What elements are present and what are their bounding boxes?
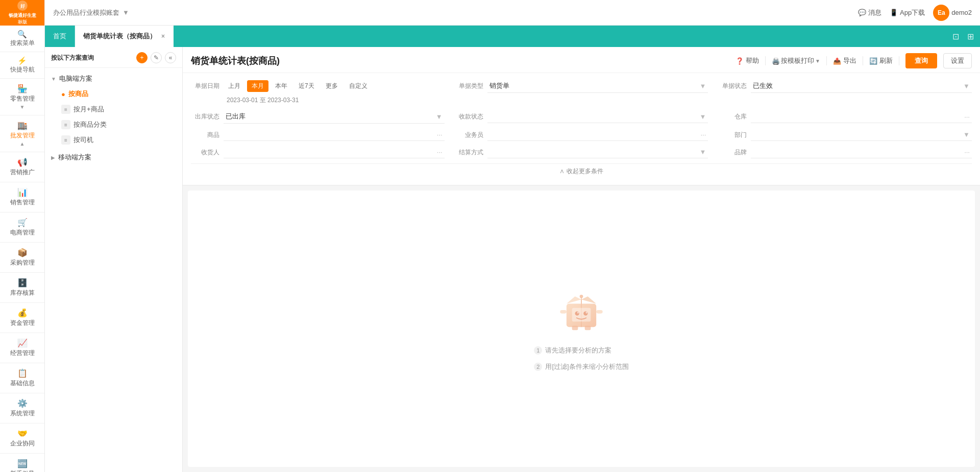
tab-maximize-button[interactable]: ⊞: [965, 30, 976, 43]
app-name: 畅捷通好生意: [9, 12, 36, 19]
stock-status-value: 已出库: [226, 112, 246, 121]
active-tab-label: 销货单统计表（按商品）: [83, 32, 156, 41]
search-button[interactable]: 查询: [905, 53, 937, 68]
doc-type-filter: 单据类型 销货单 ▼: [455, 79, 708, 93]
this-year-btn[interactable]: 本年: [271, 80, 292, 92]
doc-status-input[interactable]: 已生效 ▼: [751, 79, 972, 93]
refresh-button[interactable]: 🔄 刷新: [869, 56, 893, 65]
pc-scheme-group[interactable]: ▼ 电脑端方案: [45, 71, 182, 86]
breadcrumb-dropdown-icon[interactable]: ▼: [122, 9, 129, 16]
svg-rect-12: [596, 310, 603, 314]
warehouse-input[interactable]: ···: [751, 111, 972, 123]
export-button[interactable]: 📤 导出: [833, 56, 856, 65]
sidebar-item-retail[interactable]: 🏪 零售管理 ▼: [0, 79, 44, 115]
receiver-filter: 收货人 ···: [191, 146, 445, 158]
active-scheme-icon: ●: [61, 90, 65, 98]
collapse-panel-button[interactable]: «: [165, 52, 176, 63]
sidebar-item-enterprise[interactable]: 🤝 企业协同: [0, 423, 44, 454]
sidebar-item-purchase[interactable]: 📦 采购管理: [0, 243, 44, 273]
scheme-by-month-goods[interactable]: ≡ 按月+商品: [45, 102, 182, 117]
divider-2: [826, 56, 827, 65]
dept-input[interactable]: ▼: [751, 129, 972, 141]
scheme-by-cashier[interactable]: ≡ 按司机: [45, 132, 182, 148]
sidebar-quick-nav[interactable]: ⚡ 快捷导航: [0, 52, 44, 79]
print-button[interactable]: 🖨️ 按模板打印 ▼: [772, 56, 820, 65]
sidebar-item-basic[interactable]: 📋 基础信息: [0, 363, 44, 393]
svg-rect-14: [585, 325, 591, 329]
tab-sales-stats[interactable]: 销货单统计表（按商品） ×: [75, 26, 174, 47]
doc-type-input[interactable]: 销货单 ▼: [487, 79, 708, 93]
salesman-input[interactable]: ···: [487, 129, 708, 141]
dept-filter: 部门 ▼: [718, 129, 972, 141]
purchase-icon: 📦: [17, 248, 28, 257]
settlement-input[interactable]: ▼: [487, 146, 708, 158]
more-btn[interactable]: 更多: [321, 80, 342, 92]
edit-scheme-button[interactable]: ✎: [151, 52, 162, 63]
brand-label: 品牌: [718, 148, 747, 157]
left-panel: 按以下方案查询 + ✎ « ▼ 电脑端方案: [45, 47, 183, 472]
sidebar-item-guide[interactable]: 🆕 新手引导: [0, 454, 44, 472]
app-download-label: App下载: [900, 8, 925, 17]
settlement-dropdown-icon: ▼: [699, 148, 706, 156]
scheme-by-goods[interactable]: ● 按商品: [45, 86, 182, 102]
settings-button[interactable]: 设置: [943, 53, 972, 68]
stock-status-dropdown-icon: ▼: [436, 113, 443, 121]
message-button[interactable]: 💬 消息: [858, 8, 881, 17]
doc-type-label: 单据类型: [455, 82, 483, 90]
add-scheme-button[interactable]: +: [136, 52, 148, 63]
left-panel-header: 按以下方案查询 + ✎ «: [45, 47, 182, 68]
divider-1: [765, 56, 766, 65]
custom-btn[interactable]: 自定义: [345, 80, 372, 92]
app-download-icon: 📱: [890, 9, 898, 16]
sidebar-item-marketing[interactable]: 📢 营销推广: [0, 152, 44, 182]
collapse-filter-button[interactable]: ∧ 收起更多条件: [191, 163, 972, 179]
sidebar-item-ecommerce[interactable]: 🛒 电商管理: [0, 213, 44, 243]
doc-status-value: 已生效: [753, 81, 773, 90]
last-month-btn[interactable]: 上月: [224, 80, 245, 92]
user-profile[interactable]: Ea demo2: [933, 5, 972, 21]
wholesale-icon: 🏬: [17, 121, 28, 130]
filter-row-4: 收货人 ··· 结算方式 ▼ 品牌: [191, 146, 972, 158]
sidebar-item-system[interactable]: ⚙️ 系统管理: [0, 393, 44, 423]
sidebar-item-sales[interactable]: 📊 销售管理: [0, 182, 44, 213]
brand-input[interactable]: ···: [751, 146, 972, 158]
receiver-input[interactable]: ···: [224, 146, 445, 158]
sidebar-item-ops[interactable]: 📈 经营管理: [0, 333, 44, 363]
filter-row-1: 单据日期 上月 本月 本年 近7天 更多 自定义 单据类型: [191, 79, 972, 93]
goods-input[interactable]: ···: [224, 129, 445, 141]
sidebar-item-inventory[interactable]: 🗄️ 库存核算: [0, 273, 44, 303]
tip1-num: 1: [534, 346, 542, 355]
tab-home[interactable]: 首页: [45, 26, 75, 47]
receiver-dots: ···: [437, 148, 443, 156]
mobile-scheme-label: 移动端方案: [58, 153, 91, 162]
sidebar-item-wholesale[interactable]: 🏬 批发管理 ▲: [0, 115, 44, 152]
sidebar-search[interactable]: 🔍 搜索菜单: [0, 26, 44, 52]
tip2-text: 用[过滤]条件来缩小分析范围: [545, 360, 628, 373]
system-icon: ⚙️: [17, 398, 28, 408]
doc-status-dropdown-icon: ▼: [963, 82, 970, 90]
tab-restore-button[interactable]: ⊡: [950, 30, 961, 43]
salesman-label: 业务员: [455, 131, 483, 139]
date-filter: 单据日期 上月 本月 本年 近7天 更多 自定义: [191, 79, 445, 93]
last7days-btn[interactable]: 近7天: [294, 80, 319, 92]
this-month-btn[interactable]: 本月: [247, 80, 268, 92]
mobile-scheme-group[interactable]: ▶ 移动端方案: [45, 150, 182, 165]
tab-close-icon[interactable]: ×: [161, 33, 165, 40]
scheme-by-month-goods-label: 按月+商品: [74, 105, 104, 114]
retail-label: 零售管理: [10, 95, 35, 103]
help-button[interactable]: ❓ 帮助: [736, 56, 759, 65]
warehouse-label: 仓库: [718, 112, 747, 121]
app-subtitle: 标版: [18, 19, 27, 26]
sales-label: 销售管理: [10, 198, 35, 207]
left-panel-actions: + ✎ «: [136, 52, 176, 63]
scheme-by-category[interactable]: ≡ 按商品分类: [45, 117, 182, 132]
basic-icon: 📋: [17, 368, 28, 378]
empty-state: 1 请先选择要分析的方案 2 用[过滤]条件来缩小分析范围: [188, 191, 975, 467]
payment-status-input[interactable]: ▼: [487, 111, 708, 123]
sidebar-item-finance[interactable]: 💰 资金管理: [0, 303, 44, 333]
app-download-button[interactable]: 📱 App下载: [890, 8, 925, 17]
left-panel-title: 按以下方案查询: [51, 54, 94, 62]
empty-tip-1: 1 请先选择要分析的方案: [534, 344, 628, 357]
stock-status-input[interactable]: 已出库 ▼: [224, 110, 445, 124]
avatar: Ea: [933, 5, 949, 21]
